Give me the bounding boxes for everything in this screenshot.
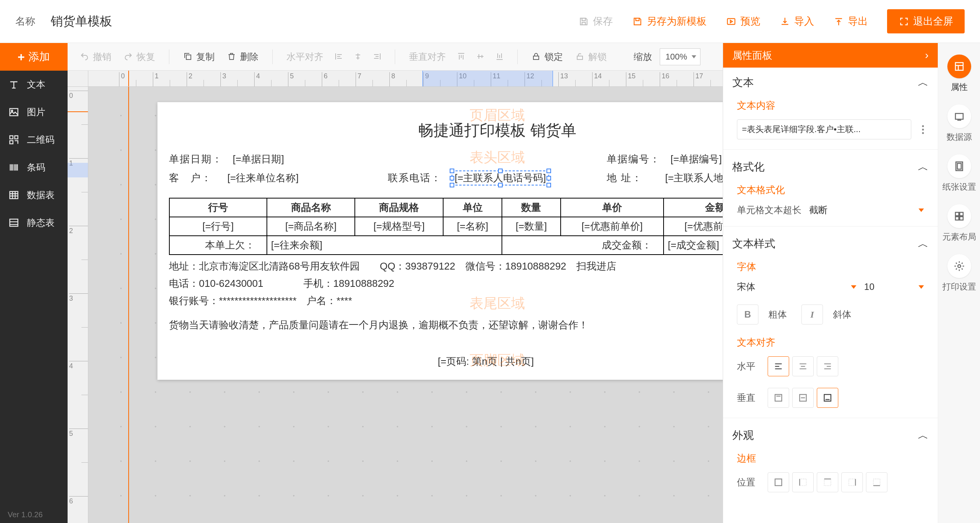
resize-handle[interactable]	[498, 183, 503, 187]
italic-toggle[interactable]: I	[801, 305, 823, 324]
redo-button[interactable]: 恢复	[119, 48, 160, 65]
resize-handle[interactable]	[450, 169, 454, 173]
overflow-select[interactable]: 截断	[809, 204, 924, 216]
h-align-left-button[interactable]	[768, 356, 789, 376]
table-header-cell[interactable]: 单位	[443, 198, 502, 217]
summary-left-label[interactable]: 本单上欠：	[169, 236, 267, 255]
table-data-cell[interactable]: [=名称]	[443, 217, 502, 236]
field-number-value[interactable]: [=单据编号]	[670, 152, 722, 166]
resize-handle[interactable]	[450, 176, 454, 180]
lock-button[interactable]: 锁定	[527, 48, 568, 65]
sidebar-item-barcode[interactable]: 条码	[0, 154, 68, 181]
table-header-cell[interactable]: 单价	[561, 198, 664, 217]
horizontal-ruler[interactable]: 01234567891011121314151617181920212223	[88, 71, 723, 87]
table-header-cell[interactable]: 商品规格	[355, 198, 443, 217]
rail-item-print[interactable]: 打印设置	[942, 254, 976, 293]
page-number-field[interactable]: [=页码: 第n页 | 共n页]	[438, 355, 557, 368]
guide-line[interactable]	[128, 87, 129, 523]
resize-handle[interactable]	[546, 169, 551, 173]
summary-left-value[interactable]: [=往来余额]	[267, 236, 502, 255]
document-title[interactable]: 畅捷通打印模板 销货单	[157, 114, 723, 152]
kebab-icon[interactable]	[922, 125, 924, 134]
border-left-button[interactable]	[792, 472, 814, 492]
sidebar-item-image[interactable]: 图片	[0, 98, 68, 126]
table-data-cell[interactable]: [=优惠前单价]	[561, 217, 664, 236]
rail-item-layout[interactable]: 元素布局	[942, 204, 976, 243]
align-right-button[interactable]	[369, 50, 386, 64]
preview-button[interactable]: 预览	[726, 15, 760, 28]
table-header-cell[interactable]: 商品名称	[267, 198, 355, 217]
align-left-button[interactable]	[331, 50, 347, 64]
delete-button[interactable]: 删除	[222, 48, 263, 65]
resize-handle[interactable]	[546, 183, 551, 187]
summary-right-label[interactable]: 成交金额：	[502, 236, 664, 255]
table-data-cell[interactable]: [=规格型号]	[355, 217, 443, 236]
section-text-head[interactable]: 文本 ︿	[723, 68, 938, 95]
exit-fullscreen-button[interactable]: 退出全屏	[887, 9, 965, 33]
section-format-head[interactable]: 格式化 ︿	[723, 152, 938, 180]
table-data-cell[interactable]: [=优惠前金额]	[664, 217, 723, 236]
section-style-head[interactable]: 文本样式 ︿	[723, 229, 938, 257]
section-appearance-head[interactable]: 外观 ︿	[723, 420, 938, 448]
field-addr-value[interactable]: [=主联系人地址]	[665, 171, 723, 185]
import-button[interactable]: 导入	[780, 15, 814, 28]
table-header-cell[interactable]: 金额	[664, 198, 723, 217]
sidebar-item-static-table[interactable]: 静态表	[0, 209, 68, 237]
canvas[interactable]: 页眉区域 表头区域 畅捷通打印模板 销货单 单据日期：[=单据日期] 单据编号：…	[88, 87, 723, 523]
resize-handle[interactable]	[450, 183, 454, 187]
bold-toggle[interactable]: B	[737, 305, 758, 324]
table-header-cell[interactable]: 行号	[169, 198, 267, 217]
align-middle-v-icon	[476, 52, 486, 62]
rail-item-datasource[interactable]: 数据源	[947, 104, 972, 143]
export-button[interactable]: 导出	[833, 15, 868, 28]
zoom-select[interactable]: 100%	[660, 48, 700, 65]
table-data-cell[interactable]: [=数量]	[502, 217, 561, 236]
align-bottom-button[interactable]	[492, 50, 508, 64]
vertical-ruler[interactable]: 01234567	[68, 87, 88, 523]
h-align-center-button[interactable]	[792, 356, 814, 376]
table-data-cell[interactable]: [=商品名称]	[267, 217, 355, 236]
h-align-right-button[interactable]	[817, 356, 838, 376]
field-date-value[interactable]: [=单据日期]	[233, 152, 284, 166]
unlock-button[interactable]: 解锁	[571, 48, 611, 65]
data-table[interactable]: 行号商品名称商品规格单位数量单价金额备注 [=行号][=商品名称][=规格型号]…	[169, 198, 723, 255]
resize-handle[interactable]	[498, 169, 503, 173]
field-customer-value[interactable]: [=往来单位名称]	[227, 171, 299, 185]
chevron-up-icon: ︿	[918, 160, 929, 174]
rail-item-paper[interactable]: 纸张设置	[942, 154, 976, 193]
sidebar-item-text[interactable]: 文本	[0, 71, 68, 98]
sidebar-item-data-table[interactable]: 数据表	[0, 181, 68, 209]
font-size-select[interactable]: 10	[864, 281, 924, 292]
footer-line3[interactable]: 银行账号：******************** 户名：****	[169, 294, 723, 308]
resize-handle[interactable]	[546, 176, 551, 180]
property-panel-header[interactable]: 属性面板 ›	[723, 43, 938, 68]
table-data-cell[interactable]: [=行号]	[169, 217, 267, 236]
document-paper[interactable]: 页眉区域 表头区域 畅捷通打印模板 销货单 单据日期：[=单据日期] 单据编号：…	[157, 102, 723, 380]
rail-item-properties[interactable]: 属性	[947, 55, 971, 93]
font-family-select[interactable]: 宋体	[737, 281, 856, 293]
undo-button[interactable]: 撤销	[75, 48, 116, 65]
template-name[interactable]: 销货单模板	[51, 13, 112, 30]
field-phone-value-selected[interactable]: [=主联系人电话号码]	[452, 170, 549, 185]
align-middle-v-button[interactable]	[473, 50, 489, 64]
copy-button[interactable]: 复制	[179, 48, 219, 65]
align-top-button[interactable]	[454, 50, 470, 64]
v-align-bottom-button[interactable]	[817, 388, 838, 408]
save-as-button[interactable]: 另存为新模板	[632, 15, 707, 28]
footer-line1[interactable]: 地址：北京市海淀区北清路68号用友软件园 QQ：393879122 微信号：18…	[169, 260, 723, 273]
footer-line2[interactable]: 电话：010-62430001 手机：18910888292	[169, 277, 723, 290]
text-content-input[interactable]: =表头表尾详细字段.客户•主联...	[737, 119, 911, 139]
v-align-middle-button[interactable]	[792, 388, 814, 408]
align-center-h-button[interactable]	[350, 50, 366, 64]
summary-right-value[interactable]: [=成交金额]	[664, 236, 723, 255]
border-bottom-button[interactable]	[866, 472, 887, 492]
sidebar-item-qrcode[interactable]: 二维码	[0, 126, 68, 154]
border-top-button[interactable]	[817, 472, 838, 492]
v-align-top-button[interactable]	[768, 388, 789, 408]
footer-note[interactable]: 货物当天请验收清楚，产品质量问题请在一个月内退换，逾期概不负责，还望谅解，谢谢合…	[169, 318, 723, 332]
save-button[interactable]: 保存	[578, 15, 613, 28]
table-header-cell[interactable]: 数量	[502, 198, 561, 217]
add-button[interactable]: + 添加	[0, 43, 68, 71]
border-all-button[interactable]	[768, 472, 789, 492]
border-right-button[interactable]	[841, 472, 863, 492]
